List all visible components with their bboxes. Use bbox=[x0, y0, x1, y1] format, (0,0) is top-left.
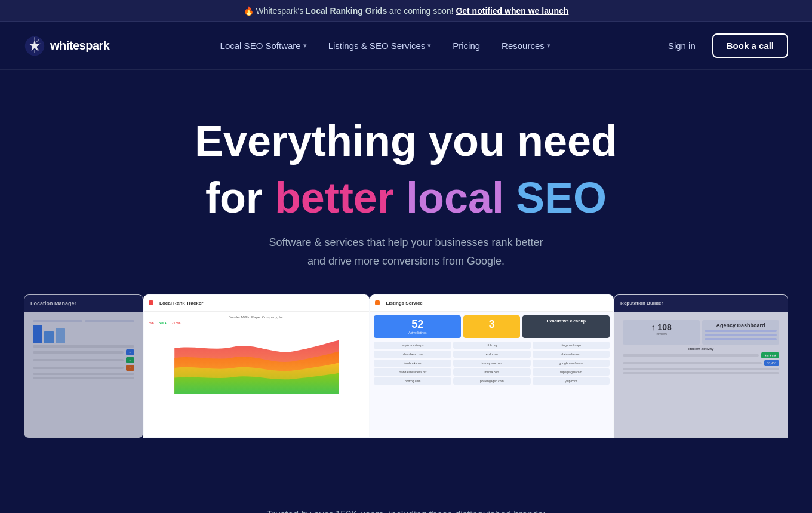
screenshot-rank-tracker: Local Rank Tracker Dunder Mifflin Paper … bbox=[143, 294, 370, 438]
nav-resources[interactable]: Resources ▾ bbox=[492, 36, 560, 56]
sign-in-button[interactable]: Sign in bbox=[661, 36, 703, 56]
hero-title-line2: for better local SEO bbox=[24, 174, 788, 222]
logo[interactable]: whitespark bbox=[24, 35, 109, 57]
logo-icon bbox=[24, 35, 45, 57]
listings-title: Listings Service bbox=[386, 300, 422, 306]
hero-section: Everything you need for better local SEO… bbox=[0, 70, 812, 474]
screenshot-reputation-builder: Reputation Builder ↑ 108 Reviews Agency … bbox=[614, 294, 788, 438]
announcement-link[interactable]: Get notified when we launch bbox=[456, 6, 568, 16]
screenshot-listings-service: Listings Service 52 Active listings 3 E bbox=[370, 294, 614, 438]
nav-listings-services[interactable]: Listings & SEO Services ▾ bbox=[319, 36, 441, 56]
hero-title-line1: Everything you need bbox=[24, 118, 788, 165]
hero-subtitle: Software & services that help your busin… bbox=[24, 234, 788, 270]
book-call-button[interactable]: Book a call bbox=[712, 33, 788, 58]
logo-text: whitespark bbox=[50, 39, 109, 53]
header-actions: Sign in Book a call bbox=[661, 33, 788, 58]
platform-title: Location Manager bbox=[30, 300, 76, 306]
trusted-section: Trusted by over 150K users, including th… bbox=[0, 474, 812, 513]
screenshots-strip: Location Manager •• bbox=[24, 294, 788, 438]
screenshot-local-platform: Location Manager •• bbox=[24, 294, 143, 438]
announcement-bar: 🔥 Whitespark's Local Ranking Grids are c… bbox=[0, 0, 812, 22]
hero-better-text: better bbox=[275, 174, 394, 222]
announcement-brand: Whitespark's bbox=[256, 6, 303, 16]
hero-seo-text: SEO bbox=[504, 174, 607, 222]
announcement-text2: are coming soon! bbox=[389, 6, 453, 16]
main-nav: Local SEO Software ▾ Listings & SEO Serv… bbox=[211, 36, 560, 56]
area-chart bbox=[149, 328, 364, 394]
rank-tracker-title: Local Rank Tracker bbox=[159, 300, 203, 306]
chevron-down-icon: ▾ bbox=[547, 42, 550, 50]
reputation-title: Reputation Builder bbox=[620, 300, 663, 306]
announcement-emoji: 🔥 bbox=[244, 6, 254, 16]
chevron-down-icon: ▾ bbox=[427, 42, 431, 50]
nav-local-seo-software[interactable]: Local SEO Software ▾ bbox=[211, 36, 316, 56]
hero-for-text: for bbox=[205, 174, 275, 222]
chevron-down-icon: ▾ bbox=[303, 42, 307, 50]
hero-local-text: local bbox=[394, 174, 504, 222]
header: whitespark Local SEO Software ▾ Listings… bbox=[0, 22, 812, 70]
trusted-text: Trusted by over 150K users, including th… bbox=[24, 509, 788, 513]
nav-pricing[interactable]: Pricing bbox=[443, 36, 490, 56]
announcement-bold: Local Ranking Grids bbox=[306, 6, 389, 16]
